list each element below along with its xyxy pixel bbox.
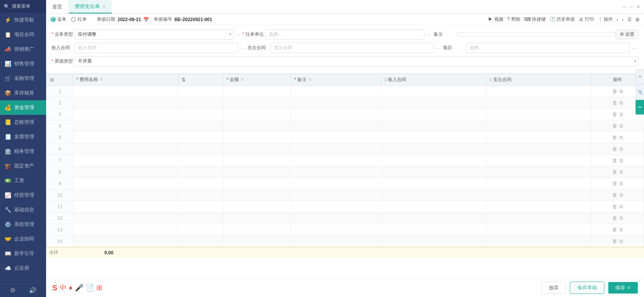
row-amount-1[interactable] [223, 86, 291, 97]
history-button[interactable]: 🕐 历史单据 [550, 16, 575, 23]
row-copy-8[interactable]: ⧉ [619, 169, 623, 175]
save-button[interactable]: 保存 ∨ [608, 282, 638, 294]
tab-expense[interactable]: 费用支出单 × [69, 0, 112, 13]
shortcut-button[interactable]: ⌨ 快捷键 [524, 16, 546, 23]
row-expense-name-13[interactable] [73, 224, 179, 236]
sidebar-item-xinshou[interactable]: 📖新手引导 [0, 246, 46, 261]
row-copy-1[interactable]: ⧉ [619, 88, 623, 95]
row-delete-11[interactable]: 🗑 [612, 204, 617, 209]
remark-input[interactable] [457, 33, 616, 37]
row-delete-3[interactable]: 🗑 [612, 111, 617, 117]
row-delete-4[interactable]: 🗑 [612, 123, 617, 129]
sidebar-item-kucun[interactable]: 📦库存核算 [0, 86, 46, 100]
row-income-contract-3[interactable] [381, 109, 486, 120]
row-copy-13[interactable]: ⧉ [619, 227, 623, 233]
save-draft-button[interactable]: 保存草稿 [570, 282, 604, 294]
row-note-2[interactable] [291, 97, 381, 109]
row-amount-10[interactable] [223, 189, 291, 201]
row-note-6[interactable] [291, 143, 381, 155]
row-note-1[interactable] [291, 86, 381, 97]
partner-ellipsis[interactable]: ··· [427, 32, 431, 38]
row-note-11[interactable] [291, 201, 381, 212]
sidebar-search[interactable]: 🔍 搜索菜单 [0, 0, 46, 13]
row-expense-name-7[interactable] [73, 155, 179, 166]
row-expense-name-10[interactable] [73, 189, 179, 201]
row-amount-8[interactable] [223, 166, 291, 178]
row-delete-1[interactable]: 🗑 [612, 88, 617, 94]
right-panel-item-3[interactable]: ✏ [636, 100, 644, 114]
row-delete-5[interactable]: 🗑 [612, 134, 617, 140]
grid-view-button[interactable]: ⊞ [636, 17, 639, 22]
row-copy-9[interactable]: ⧉ [619, 181, 623, 187]
sidebar-item-gudingzichan[interactable]: 🏗️固定资产 [0, 159, 46, 173]
row-sort-8[interactable] [179, 166, 223, 178]
row-copy-5[interactable]: ⧉ [619, 134, 623, 141]
row-expense-contract-9[interactable] [486, 178, 591, 189]
sidebar-item-jichu[interactable]: 🔧基础信息 [0, 202, 46, 217]
row-income-contract-4[interactable] [381, 120, 486, 132]
row-amount-7[interactable] [223, 155, 291, 166]
row-expense-contract-1[interactable] [486, 86, 591, 97]
video-button[interactable]: ▶ 视频 [488, 16, 503, 23]
row-note-12[interactable] [291, 212, 381, 224]
row-expense-contract-2[interactable] [486, 97, 591, 109]
th-expense-name-sort[interactable]: ⇅ [100, 78, 103, 81]
business-type-ellipsis[interactable]: ··· [236, 32, 240, 38]
settings-icon[interactable]: ⚙ [10, 287, 15, 294]
tab-expense-close[interactable]: × [103, 4, 105, 9]
no-value[interactable]: BE-20220921-001 [174, 17, 212, 22]
row-note-8[interactable] [291, 166, 381, 178]
row-sort-7[interactable] [179, 155, 223, 166]
row-amount-9[interactable] [223, 178, 291, 189]
th-income[interactable]: ↕ 收入合同 [381, 74, 486, 86]
sidebar-item-xitong[interactable]: ⚙️系统管理 [0, 217, 46, 232]
row-income-contract-1[interactable] [381, 86, 486, 97]
date-value[interactable]: 2022-09-21 [118, 17, 141, 22]
sidebar-item-caigou[interactable]: 🛒采购管理 [0, 71, 46, 86]
sound-icon[interactable]: 🔊 [29, 287, 36, 294]
row-sort-9[interactable] [179, 178, 223, 189]
business-type-input[interactable]: 应付调整 [74, 29, 233, 40]
row-income-contract-5[interactable] [381, 132, 486, 143]
row-note-7[interactable] [291, 155, 381, 166]
row-sort-2[interactable] [179, 97, 223, 109]
th-amount-sort[interactable]: ⇅ [241, 78, 244, 81]
th-amount[interactable]: * 金额 ⇅ [223, 74, 291, 86]
row-note-10[interactable] [291, 189, 381, 201]
row-delete-2[interactable]: 🗑 [612, 100, 617, 106]
row-note-9[interactable] [291, 178, 381, 189]
row-expense-name-11[interactable] [73, 201, 179, 212]
nav-next-button[interactable]: › [622, 17, 624, 22]
row-expense-name-4[interactable] [73, 120, 179, 132]
row-expense-name-5[interactable] [73, 132, 179, 143]
row-expense-contract-10[interactable] [486, 189, 591, 201]
sidebar-item-yun[interactable]: ☁️云应用 [0, 261, 46, 275]
row-income-contract-13[interactable] [381, 224, 486, 236]
row-expense-name-1[interactable] [73, 86, 179, 97]
blue-radio[interactable]: 蓝单 [51, 16, 66, 23]
th-expense-name[interactable]: * 费用名称 ⇅ [73, 74, 179, 86]
row-copy-6[interactable]: ⧉ [619, 146, 623, 152]
row-amount-6[interactable] [223, 143, 291, 155]
maximize-button[interactable]: □ [629, 4, 634, 10]
sidebar-item-xiangmu[interactable]: 📋项目合同 [0, 27, 46, 42]
calendar-icon[interactable]: 📅 [143, 17, 149, 22]
th-note-sort[interactable]: ⇅ [309, 78, 311, 81]
red-radio[interactable]: 红单 [71, 16, 87, 23]
partner-input[interactable]: 选择... [265, 29, 424, 40]
row-expense-contract-4[interactable] [486, 120, 591, 132]
row-expense-contract-3[interactable] [486, 109, 591, 120]
row-sort-6[interactable] [179, 143, 223, 155]
sidebar-item-zijin[interactable]: 💰资金管理 [0, 100, 46, 115]
row-income-contract-6[interactable] [381, 143, 486, 155]
th-settings[interactable]: ⚙ [46, 74, 73, 86]
th-expense-contract[interactable]: ↕ 支出合同 [486, 74, 591, 86]
row-copy-2[interactable]: ⧉ [619, 100, 623, 106]
row-sort-3[interactable] [179, 109, 223, 120]
row-copy-3[interactable]: ⧉ [619, 111, 623, 118]
row-delete-8[interactable]: 🗑 [612, 169, 617, 175]
sidebar-item-qiye[interactable]: 🤝企业协同 [0, 232, 46, 246]
row-expense-contract-12[interactable] [486, 212, 591, 224]
row-sort-14[interactable] [179, 236, 223, 247]
operate-button[interactable]: ⋮ 操作 [598, 16, 613, 23]
